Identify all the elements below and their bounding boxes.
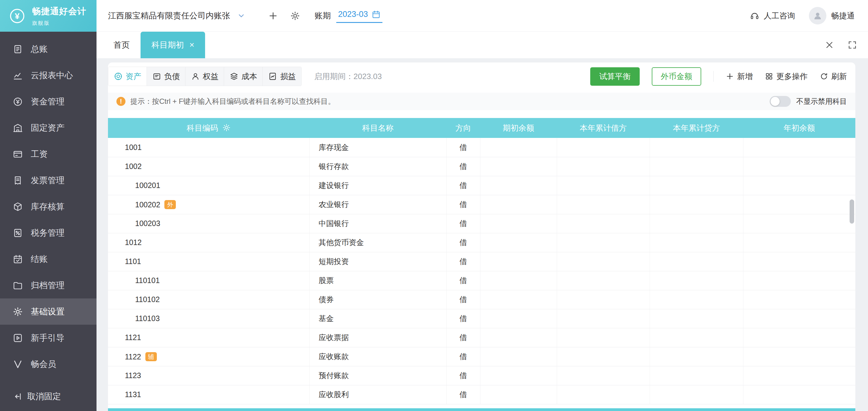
amount-cell [557, 328, 650, 347]
sidebar-item-closing[interactable]: 结账 [0, 246, 96, 272]
sidebar-item-invoices[interactable]: 发票管理 [0, 167, 96, 194]
category-tab-liabilities[interactable]: 负债 [147, 67, 185, 86]
fixed-asset-icon [13, 123, 23, 133]
subject-code: 1101 [125, 257, 141, 266]
table-row[interactable]: 1012其他货币资金借 [108, 233, 855, 252]
amount-cell [650, 214, 743, 233]
toggle-knob [771, 97, 780, 106]
add-button-topbar[interactable] [268, 11, 278, 21]
sidebar-item-settings[interactable]: 基础设置 [0, 298, 96, 325]
refresh-button[interactable]: 刷新 [820, 71, 847, 82]
amount-cell [557, 195, 650, 214]
topbar-right: 人工咨询 畅捷通 [750, 7, 855, 24]
more-actions-button[interactable]: 更多操作 [765, 71, 808, 82]
table-row[interactable]: 100201建设银行借 [108, 176, 855, 195]
tip-bar: ! 提示：按Ctrl + F键并输入科目编码或者科目名称可以查找科目。 不显示禁… [108, 93, 855, 110]
table-row[interactable]: 110103基金借 [108, 309, 855, 328]
category-tab-equity[interactable]: 权益 [185, 67, 224, 86]
fullscreen-icon[interactable] [847, 40, 857, 50]
sidebar-item-inventory[interactable]: 库存核算 [0, 194, 96, 220]
tab-home[interactable]: 首页 [102, 32, 141, 58]
subject-code: 1012 [125, 238, 142, 246]
table-row[interactable]: 100202外农业银行借 [108, 195, 855, 214]
table-row[interactable]: 1131应收股利借 [108, 385, 855, 404]
support-button[interactable]: 人工咨询 [750, 10, 795, 21]
subject-code-cell: 110101 [108, 271, 309, 290]
sidebar-item-funds[interactable]: 资金管理 [0, 88, 96, 115]
amount-cell [743, 366, 855, 385]
inventory-icon [13, 202, 23, 212]
trial-balance-button[interactable]: 试算平衡 [590, 67, 640, 86]
table-row[interactable]: 110101股票借 [108, 271, 855, 290]
column-header-label: 年初余额 [783, 123, 815, 133]
period-value[interactable]: 2023-03 [336, 8, 382, 23]
unpin-button[interactable]: 取消固定 [0, 382, 96, 411]
sidebar-item-guide[interactable]: 新手引导 [0, 325, 96, 351]
warning-icon: ! [116, 97, 125, 106]
sidebar-item-cloud-reports[interactable]: 云报表中心 [0, 62, 96, 88]
direction-cell: 借 [446, 366, 480, 385]
subject-name-cell: 预付账款 [309, 366, 446, 385]
amount-cell [743, 271, 855, 290]
table-row[interactable]: 1123预付账款借 [108, 366, 855, 385]
content-area: 资产负债权益成本损益 启用期间：2023.03 试算平衡 外币金额 新增 [96, 58, 868, 411]
vertical-scrollbar[interactable] [849, 200, 854, 224]
amount-cell [557, 290, 650, 309]
table-row[interactable]: 110102债券借 [108, 290, 855, 309]
enable-period-text: 启用期间：2023.03 [314, 71, 382, 82]
tab-subject-opening[interactable]: 科目期初× [141, 32, 205, 58]
table-row[interactable]: 1121应收票据借 [108, 328, 855, 347]
subject-badge: 辅 [145, 352, 157, 361]
amount-cell [480, 366, 557, 385]
subject-name-cell: 应收账款 [309, 347, 446, 366]
category-tab-assets[interactable]: 资产 [108, 67, 147, 86]
company-selector[interactable]: 江西服宝精品有限责任公司内账张 [108, 10, 246, 21]
brand-name: 畅捷通好会计 [32, 5, 86, 18]
amount-cell [743, 195, 855, 214]
foreign-currency-button[interactable]: 外币金额 [652, 67, 701, 86]
direction-cell: 借 [446, 233, 480, 252]
avatar[interactable] [809, 7, 826, 24]
sidebar-item-fixed-assets[interactable]: 固定资产 [0, 115, 96, 141]
amount-cell [743, 347, 855, 366]
tab-label: 科目期初 [151, 39, 184, 50]
sidebar-item-general-ledger[interactable]: 总账 [0, 36, 96, 62]
sidebar-item-label: 固定资产 [31, 122, 65, 134]
column-header: 期初余额 [480, 118, 557, 138]
hide-disabled-toggle[interactable] [770, 96, 791, 107]
category-tab-profit-loss[interactable]: 损益 [263, 67, 301, 86]
sidebar-item-archive[interactable]: 归档管理 [0, 272, 96, 298]
payroll-icon [13, 149, 23, 159]
add-label: 新增 [737, 71, 753, 82]
table-row[interactable]: 1122辅应收账款借 [108, 347, 855, 366]
table-row[interactable]: 1002银行存款借 [108, 157, 855, 176]
ledger-icon [13, 44, 23, 54]
direction-cell: 借 [446, 328, 480, 347]
add-subject-button[interactable]: 新增 [726, 71, 753, 82]
member-icon [13, 359, 23, 369]
sidebar-item-payroll[interactable]: 工资 [0, 141, 96, 167]
sidebar-menu: 总账云报表中心资金管理固定资产工资发票管理库存核算税务管理结账归档管理基础设置新… [0, 32, 96, 377]
sidebar-item-member[interactable]: 畅会员 [0, 351, 96, 377]
table-row[interactable]: 100203中国银行借 [108, 214, 855, 233]
column-settings-gear-icon[interactable] [222, 123, 231, 132]
amount-cell [650, 138, 743, 157]
subject-name-cell: 基金 [309, 309, 446, 328]
column-header-label: 本年累计贷方 [673, 123, 720, 133]
refresh-icon [820, 72, 828, 81]
sidebar-item-tax[interactable]: 税务管理 [0, 220, 96, 246]
username: 畅捷通 [831, 10, 855, 21]
settings-gear-button[interactable] [290, 11, 300, 21]
brand-text: 畅捷通好会计 旗舰版 [32, 5, 86, 27]
category-tab-cost[interactable]: 成本 [224, 67, 263, 86]
amount-cell [480, 328, 557, 347]
amount-cell [557, 138, 650, 157]
table-row[interactable]: 1001库存现金借 [108, 138, 855, 157]
amount-cell [743, 233, 855, 252]
subject-table: 科目编码科目名称方向期初余额本年累计借方本年累计贷方年初余额 1001库存现金借… [108, 118, 855, 411]
tab-close-icon[interactable]: × [189, 41, 194, 49]
direction-cell: 借 [446, 176, 480, 195]
table-row[interactable]: 1101短期投资借 [108, 252, 855, 271]
close-icon[interactable] [825, 40, 834, 50]
subject-code-cell: 100203 [108, 214, 309, 233]
